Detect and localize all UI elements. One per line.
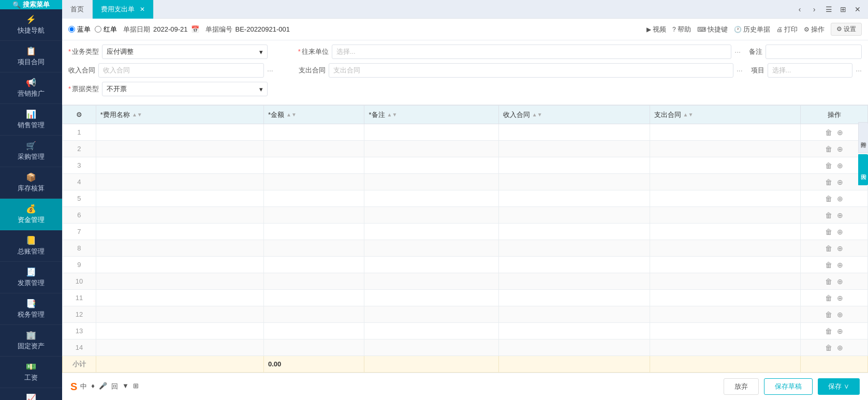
cell-note-1[interactable] <box>364 124 498 141</box>
sidebar-item-tax[interactable]: 📑税务管理 <box>0 293 62 325</box>
delete-icon-7[interactable]: 🗑 <box>825 228 832 236</box>
cell-expense-2[interactable] <box>650 141 801 157</box>
cell-name-4[interactable] <box>96 174 263 190</box>
logo-icon-2[interactable]: ♦ <box>91 382 95 391</box>
cell-amount-2[interactable] <box>263 141 364 157</box>
sidebar-item-quick-nav[interactable]: ⚡快捷导航 <box>0 9 62 41</box>
cell-expense-12[interactable] <box>650 306 801 323</box>
logo-icon-5[interactable]: ▼ <box>122 382 129 391</box>
sidebar-item-accounting[interactable]: 📒总账管理 <box>0 230 62 262</box>
print-btn[interactable]: 🖨 打印 <box>776 25 798 34</box>
cell-income-14[interactable] <box>498 339 650 356</box>
cell-name-11[interactable] <box>96 290 263 306</box>
help-btn[interactable]: ? 帮助 <box>672 25 691 34</box>
cell-income-7[interactable] <box>498 224 650 240</box>
cell-income-12[interactable] <box>498 306 650 323</box>
logo-icon-4[interactable]: 回 <box>111 382 118 391</box>
cell-expense-4[interactable] <box>650 174 801 190</box>
expense-contract-more-btn[interactable]: ··· <box>737 66 743 75</box>
cell-note-4[interactable] <box>364 174 498 190</box>
cell-expense-8[interactable] <box>650 240 801 257</box>
settings-button[interactable]: ⚙ 设置 <box>831 23 862 36</box>
invoice-type-select[interactable]: 不开票 ▾ <box>102 82 268 96</box>
cell-income-1[interactable] <box>498 124 650 141</box>
cell-income-13[interactable] <box>498 323 650 339</box>
copy-icon-10[interactable]: ⊕ <box>837 277 843 286</box>
tab-grid-btn[interactable]: ⊞ <box>837 3 849 16</box>
th-amount[interactable]: *金额 ▲▼ <box>263 106 364 124</box>
cell-income-10[interactable] <box>498 273 650 290</box>
cell-income-2[interactable] <box>498 141 650 157</box>
cell-note-8[interactable] <box>364 240 498 257</box>
cell-note-2[interactable] <box>364 141 498 157</box>
cell-expense-5[interactable] <box>650 190 801 207</box>
red-radio[interactable] <box>95 26 101 33</box>
copy-icon-14[interactable]: ⊕ <box>837 344 843 352</box>
blue-radio[interactable] <box>68 26 75 33</box>
cell-income-3[interactable] <box>498 157 650 174</box>
delete-icon-9[interactable]: 🗑 <box>825 261 832 269</box>
calendar-icon[interactable]: 📅 <box>191 25 199 33</box>
copy-icon-8[interactable]: ⊕ <box>837 244 843 253</box>
delete-icon-3[interactable]: 🗑 <box>825 161 832 170</box>
cell-income-11[interactable] <box>498 290 650 306</box>
cell-name-10[interactable] <box>96 273 263 290</box>
tab-close-all-btn[interactable]: ✕ <box>851 3 864 16</box>
counterparty-more-btn[interactable]: ··· <box>734 48 741 56</box>
save-button[interactable]: 保存 ∨ <box>818 378 860 395</box>
cell-name-8[interactable] <box>96 240 263 257</box>
note-input[interactable] <box>766 45 862 59</box>
cell-income-5[interactable] <box>498 190 650 207</box>
cell-amount-11[interactable] <box>263 290 364 306</box>
project-more-btn[interactable]: ··· <box>856 66 862 75</box>
cell-expense-7[interactable] <box>650 224 801 240</box>
cell-name-9[interactable] <box>96 257 263 273</box>
cell-note-11[interactable] <box>364 290 498 306</box>
cell-amount-9[interactable] <box>263 257 364 273</box>
th-income[interactable]: 收入合同 ▲▼ <box>498 106 650 124</box>
sidebar-item-inventory[interactable]: 📦库存核算 <box>0 167 62 199</box>
sidebar-item-salary[interactable]: 💵工资 <box>0 357 62 388</box>
cell-name-2[interactable] <box>96 141 263 157</box>
cell-note-3[interactable] <box>364 157 498 174</box>
red-radio-label[interactable]: 红单 <box>95 25 117 34</box>
business-type-select[interactable]: 应付调整 ▾ <box>102 45 268 59</box>
copy-icon-7[interactable]: ⊕ <box>837 228 843 236</box>
cell-note-12[interactable] <box>364 306 498 323</box>
delete-icon-10[interactable]: 🗑 <box>825 277 832 286</box>
blue-radio-label[interactable]: 蓝单 <box>68 25 91 34</box>
cell-expense-1[interactable] <box>650 124 801 141</box>
copy-icon-13[interactable]: ⊕ <box>837 327 843 335</box>
tab-close-expense[interactable]: ✕ <box>140 6 145 13</box>
cell-name-7[interactable] <box>96 224 263 240</box>
cell-amount-7[interactable] <box>263 224 364 240</box>
counterparty-select[interactable]: 选择... <box>332 45 732 59</box>
logo-icon-6[interactable]: ⊞ <box>133 382 139 391</box>
cell-note-9[interactable] <box>364 257 498 273</box>
cell-expense-14[interactable] <box>650 339 801 356</box>
copy-icon-9[interactable]: ⊕ <box>837 261 843 269</box>
cell-expense-9[interactable] <box>650 257 801 273</box>
cell-income-6[interactable] <box>498 207 650 224</box>
tab-home[interactable]: 首页 <box>62 0 93 19</box>
cell-note-7[interactable] <box>364 224 498 240</box>
cell-name-14[interactable] <box>96 339 263 356</box>
cell-name-13[interactable] <box>96 323 263 339</box>
logo-icon-1[interactable]: 中 <box>80 382 87 391</box>
cell-income-9[interactable] <box>498 257 650 273</box>
sidebar-item-invoice[interactable]: 🧾发票管理 <box>0 262 62 293</box>
cell-amount-13[interactable] <box>263 323 364 339</box>
cell-expense-13[interactable] <box>650 323 801 339</box>
tab-next-btn[interactable]: › <box>808 3 820 16</box>
attachment-tab[interactable]: 附件 <box>858 122 868 153</box>
cell-expense-11[interactable] <box>650 290 801 306</box>
cell-amount-6[interactable] <box>263 207 364 224</box>
save-draft-button[interactable]: 保存草稿 <box>764 378 813 395</box>
cell-name-12[interactable] <box>96 306 263 323</box>
cell-amount-5[interactable] <box>263 190 364 207</box>
logo-icon-3[interactable]: 🎤 <box>99 382 107 391</box>
cell-income-4[interactable] <box>498 174 650 190</box>
cell-amount-10[interactable] <box>263 273 364 290</box>
sidebar-item-marketing[interactable]: 📢营销推广 <box>0 72 62 104</box>
sidebar-item-operations[interactable]: 📈经营管理 <box>0 388 62 400</box>
